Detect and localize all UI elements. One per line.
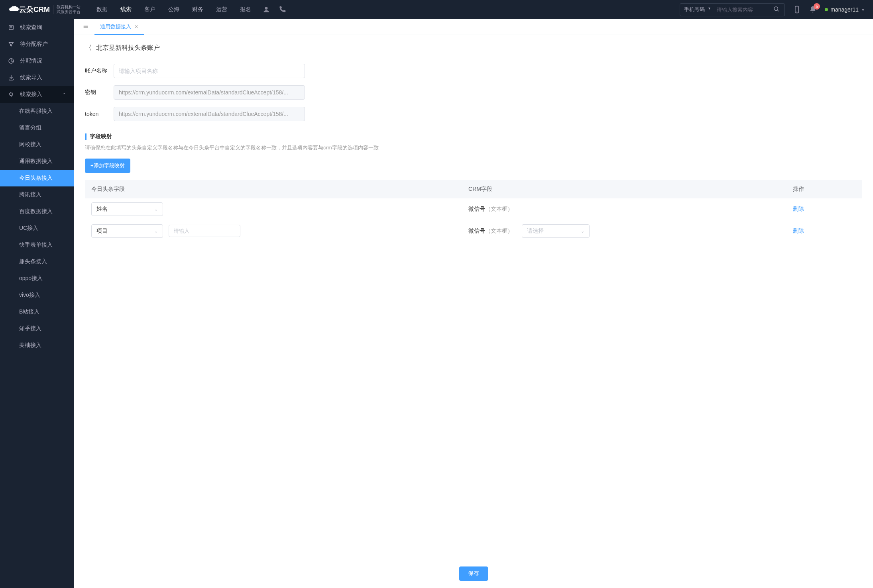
sidebar-item-label: 网校接入 (19, 141, 41, 148)
back-button[interactable]: 〈 (85, 43, 92, 53)
sidebar-item-pending[interactable]: 待分配客户 (0, 36, 74, 53)
sidebar-sub-zhihu[interactable]: 知乎接入 (0, 320, 74, 337)
sidebar-sub-bilibili[interactable]: B站接入 (0, 304, 74, 320)
user-icon[interactable] (262, 6, 270, 14)
sidebar-sub-school[interactable]: 网校接入 (0, 136, 74, 153)
select-placeholder: 请选择 (527, 227, 544, 235)
nav-signup[interactable]: 报名 (240, 6, 251, 13)
sidebar-item-label: oppo接入 (19, 275, 43, 282)
phone-icon[interactable] (278, 6, 286, 14)
toutiao-field-select[interactable]: 姓名 ⌄ (91, 202, 163, 216)
search-input[interactable] (713, 4, 769, 15)
tab-label: 通用数据接入 (100, 23, 131, 30)
sidebar-item-import[interactable]: 线索导入 (0, 69, 74, 86)
crm-field-select[interactable]: 请选择 ⌄ (522, 224, 590, 238)
logo-mark: 云朵CRM (8, 5, 50, 14)
sidebar-sub-baidu[interactable]: 百度数据接入 (0, 203, 74, 220)
chevron-down-icon: ▼ (861, 8, 865, 12)
nav-data[interactable]: 数据 (96, 6, 108, 13)
sidebar-sub-uc[interactable]: UC接入 (0, 220, 74, 237)
sidebar-item-label: B站接入 (19, 308, 39, 316)
section-bar (85, 133, 87, 140)
crm-field-text: 微信号（文本框） (468, 227, 515, 234)
sidebar-item-label: 在线客服接入 (19, 108, 53, 115)
form-row-secret: 密钥 (85, 85, 862, 100)
sidebar-item-allocation[interactable]: 分配情况 (0, 53, 74, 69)
field-mapping-table: 今日头条字段 CRM字段 操作 姓名 ⌄ (85, 180, 862, 242)
token-input (114, 107, 305, 121)
chevron-down-icon: ⌄ (154, 229, 158, 234)
filter-icon (8, 41, 14, 47)
sidebar-item-label: 趣头条接入 (19, 258, 47, 265)
plug-icon (8, 91, 14, 98)
sidebar-sub-online[interactable]: 在线客服接入 (0, 103, 74, 120)
sidebar-sub-toutiao[interactable]: 今日头条接入 (0, 170, 74, 186)
user-name: manager11 (830, 6, 859, 13)
nav-customers[interactable]: 客户 (144, 6, 155, 13)
sidebar-sub-vivo[interactable]: vivo接入 (0, 287, 74, 304)
status-dot (825, 8, 828, 11)
sidebar-sub-general[interactable]: 通用数据接入 (0, 153, 74, 170)
page-header: 〈 北京昱新科技头条账户 (85, 43, 862, 53)
sidebar-item-label: 腾讯接入 (19, 191, 41, 198)
content: 〈 北京昱新科技头条账户 账户名称 密钥 token 字段映射 请确保您在此填写… (74, 35, 873, 559)
sidebar-item-label: 美柚接入 (19, 342, 41, 349)
account-name-input[interactable] (114, 64, 305, 78)
table-header-toutiao: 今日头条字段 (85, 180, 462, 198)
nav-finance[interactable]: 财务 (192, 6, 203, 13)
notifications-icon[interactable]: 5 (809, 6, 817, 14)
tabs-menu-icon[interactable] (77, 23, 94, 31)
secret-label: 密钥 (85, 89, 114, 96)
sidebar-item-label: 分配情况 (20, 57, 42, 65)
brand-name: 云朵CRM (19, 5, 50, 14)
toutiao-field-select[interactable]: 项目 ⌄ (91, 224, 163, 238)
sidebar-item-label: 知乎接入 (19, 325, 41, 332)
table-header-crm: CRM字段 (462, 180, 786, 198)
sidebar-item-access[interactable]: 线索接入 ⌃ (0, 86, 74, 103)
sidebar-item-label: 线索导入 (20, 74, 42, 81)
sidebar-item-label: 待分配客户 (20, 41, 48, 48)
logo: 云朵CRM 教育机构一站 式服务云平台 (8, 5, 81, 14)
account-label: 账户名称 (85, 67, 114, 74)
table-header-action: 操作 (786, 180, 862, 198)
sidebar-sub-qutoutiao[interactable]: 趣头条接入 (0, 253, 74, 270)
nav-public[interactable]: 公海 (168, 6, 179, 13)
tabs-bar: 通用数据接入 ✕ (74, 19, 873, 35)
sidebar-sub-kuaishou[interactable]: 快手表单接入 (0, 237, 74, 253)
sidebar-item-label: vivo接入 (19, 292, 40, 299)
toutiao-custom-input[interactable] (169, 225, 240, 237)
search-button[interactable] (769, 4, 785, 16)
sidebar-item-label: 通用数据接入 (19, 158, 53, 165)
add-field-mapping-button[interactable]: +添加字段映射 (85, 159, 130, 173)
select-value: 姓名 (96, 206, 108, 213)
delete-button[interactable]: 删除 (793, 227, 804, 235)
list-icon (8, 24, 14, 31)
search-type-select[interactable]: 手机号码 (680, 4, 713, 16)
sidebar-sub-meiyou[interactable]: 美柚接入 (0, 337, 74, 354)
sidebar-submenu: 在线客服接入 留言分组 网校接入 通用数据接入 今日头条接入 腾讯接入 百度数据… (0, 103, 74, 354)
tab-general-data[interactable]: 通用数据接入 ✕ (94, 19, 144, 35)
sidebar-sub-message[interactable]: 留言分组 (0, 120, 74, 136)
save-button[interactable]: 保存 (459, 566, 488, 581)
svg-line-2 (777, 10, 779, 11)
sidebar-item-label: UC接入 (19, 225, 38, 232)
select-value: 项目 (96, 227, 108, 235)
section-title: 字段映射 (85, 133, 862, 140)
top-header: 云朵CRM 教育机构一站 式服务云平台 数据 线索 客户 公海 财务 运营 报名… (0, 0, 873, 19)
logo-subtitle: 教育机构一站 式服务云平台 (53, 5, 81, 14)
search-group: 手机号码 (680, 3, 785, 16)
sidebar-item-lead-query[interactable]: 线索查询 (0, 19, 74, 36)
user-menu[interactable]: manager11 ▼ (825, 6, 865, 13)
delete-button[interactable]: 删除 (793, 206, 804, 213)
sidebar-sub-tencent[interactable]: 腾讯接入 (0, 186, 74, 203)
close-icon[interactable]: ✕ (134, 24, 138, 29)
nav-leads[interactable]: 线索 (120, 6, 132, 13)
page-title: 北京昱新科技头条账户 (96, 44, 160, 52)
table-row: 姓名 ⌄ 微信号（文本框） 删除 (85, 198, 862, 220)
sidebar-item-label: 今日头条接入 (19, 174, 53, 182)
nav-operations[interactable]: 运营 (216, 6, 227, 13)
chevron-down-icon: ⌄ (581, 229, 584, 234)
mobile-icon[interactable] (793, 6, 801, 14)
sidebar-sub-oppo[interactable]: oppo接入 (0, 270, 74, 287)
crm-field-text: 微信号（文本框） (468, 206, 513, 212)
